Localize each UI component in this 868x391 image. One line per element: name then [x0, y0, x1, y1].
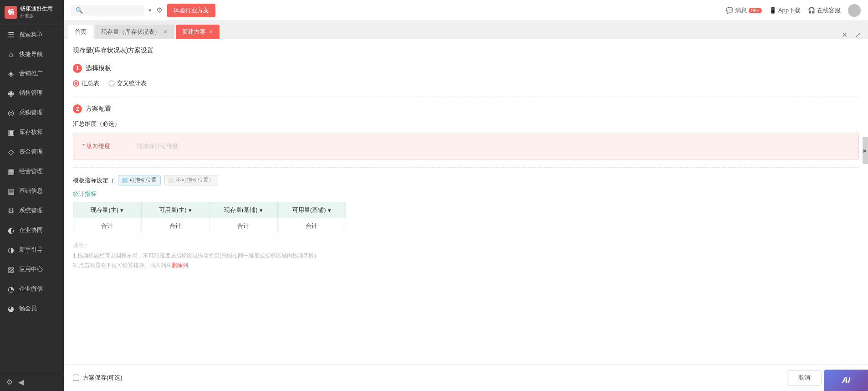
search-input[interactable]	[86, 7, 139, 14]
sidebar-item-purchase[interactable]: ◎ 采购管理	[0, 103, 64, 123]
dimension-dash: ——	[117, 143, 129, 150]
collapse-icon[interactable]: ◀	[18, 378, 24, 386]
metrics-settings-text: 模板指标设定（	[73, 176, 114, 185]
tab-inventory-status[interactable]: 现存量（库存状况表） ✕	[95, 25, 174, 39]
col4-chevron-icon: ▾	[328, 207, 331, 214]
tab-new-scheme-label: 新建方案	[182, 28, 206, 36]
sidebar-item-app-center[interactable]: ▨ 应用中心	[0, 260, 64, 279]
col2-label: 可用量(主)	[159, 206, 187, 214]
sidebar-item-finance[interactable]: ◇ 资金管理	[0, 142, 64, 162]
purchase-icon: ◎	[6, 108, 15, 117]
sidebar-item-label: 销售管理	[19, 89, 43, 97]
sidebar-item-member[interactable]: ◕ 畅会员	[0, 299, 64, 319]
sidebar-item-sales[interactable]: ◉ 销售管理	[0, 83, 64, 103]
save-label: 方案保存(可选)	[83, 374, 123, 382]
draggable-indicator	[122, 178, 128, 183]
app-name: 畅康通好生意	[20, 5, 53, 13]
messages-label: 消息	[735, 6, 747, 15]
radio-cross-circle	[108, 80, 115, 87]
enterprise-icon: ◐	[6, 226, 15, 235]
app-download-btn[interactable]: 📱 App下载	[769, 6, 801, 15]
tips-item2: 2. 点击标题栏下拉可设置排序、插入列和删除列	[73, 262, 859, 269]
logo-icon: 畅	[5, 6, 17, 19]
finance-icon: ◇	[6, 148, 15, 156]
tips-item2-highlight: 删除列	[172, 262, 188, 268]
chevron-down-icon[interactable]: ▾	[148, 7, 152, 14]
settings-footer-icon[interactable]: ⚙	[6, 378, 13, 386]
col2-data: 合计	[142, 218, 210, 234]
col-header-4[interactable]: 可用量(基辅) ▾	[278, 202, 346, 218]
col4-label: 可用量(基辅)	[292, 206, 326, 214]
sidebar-item-new-guide[interactable]: ◑ 新手引导	[0, 240, 64, 260]
topbar-actions: 💬 消息 99+ 📱 App下载 🎧 在线客服	[726, 4, 861, 17]
topbar-search-box[interactable]: 🔍	[71, 5, 144, 15]
tips-title: 提示：	[73, 242, 859, 249]
draggable-label: 可拖动位置	[129, 176, 157, 184]
sidebar-item-search-menu[interactable]: ☰ 搜索菜单	[0, 25, 64, 45]
sidebar-nav: ☰ 搜索菜单 ⌂ 快捷导航 ◈ 营销推广 ◉ 销售管理 ◎ 采购管理 ▣ 库存核…	[0, 25, 64, 373]
settings-icon[interactable]: ⚙	[156, 6, 163, 15]
save-checkbox[interactable]	[73, 375, 79, 381]
tab-close-all-icon[interactable]: ✕	[839, 31, 850, 39]
col-header-3[interactable]: 现存量(基辅) ▾	[209, 202, 278, 218]
content-area: 现存量(库存状况表)方案设置 1 选择模板 汇总表 交叉统计表	[64, 39, 868, 364]
sidebar-item-label: 采购管理	[19, 108, 43, 117]
right-sidebar-toggle[interactable]: ▶	[863, 137, 868, 164]
metrics-table: 现存量(主) ▾ 可用量(主) ▾ 现存量(基辅) ▾	[73, 202, 346, 234]
tab-home[interactable]: 首页	[68, 25, 93, 39]
tab-new-scheme[interactable]: 新建方案 ✕	[176, 25, 220, 39]
quick-nav-icon: ⌂	[6, 50, 15, 58]
topbar: 🔍 ▾ ⚙ 体验行业方案 💬 消息 99+ 📱 App下载 🎧 在线客服	[64, 0, 868, 21]
dimension-required-area: * 纵向维度 —— 请选择分组维度	[73, 133, 859, 160]
summary-dimension-label: 汇总维度（必选）	[73, 120, 859, 128]
section-plan-config: 2 方案配置 汇总维度（必选） * 纵向维度 —— 请选择分组维度	[73, 104, 859, 269]
user-avatar[interactable]	[848, 4, 861, 17]
section2-num: 2	[73, 104, 82, 113]
page-footer: 方案保存(可选) 取消 查询	[64, 364, 868, 391]
col3-label: 现存量(基辅)	[224, 206, 258, 214]
search-menu-icon: ☰	[6, 31, 15, 39]
col-header-1[interactable]: 现存量(主) ▾	[73, 202, 142, 218]
member-icon: ◕	[6, 304, 15, 313]
sales-icon: ◉	[6, 89, 15, 98]
message-icon: 💬	[726, 7, 733, 14]
radio-cross[interactable]: 交叉统计表	[108, 79, 147, 87]
tips-item2-pre: 2. 点击标题栏下拉可设置排序、插入列和	[73, 262, 172, 268]
sidebar-item-label: 系统管理	[19, 206, 43, 215]
trial-btn[interactable]: 体验行业方案	[167, 4, 215, 17]
online-service-btn[interactable]: 🎧 在线客服	[808, 6, 841, 15]
sidebar-item-label: 搜索菜单	[19, 31, 43, 39]
radio-summary[interactable]: 汇总表	[73, 79, 99, 87]
operations-icon: ▦	[6, 167, 15, 176]
tab-inventory-close-icon[interactable]: ✕	[163, 29, 168, 35]
sidebar-item-label: 经营管理	[19, 167, 43, 175]
enterprise-wechat-icon: ◔	[6, 285, 15, 293]
sidebar-item-basic-info[interactable]: ▤ 基础信息	[0, 181, 64, 201]
col1-chevron-icon: ▾	[120, 207, 123, 214]
sidebar-item-quick-nav[interactable]: ⌂ 快捷导航	[0, 45, 64, 64]
radio-cross-label: 交叉统计表	[117, 79, 147, 87]
cancel-button[interactable]: 取消	[787, 370, 822, 386]
col-header-2[interactable]: 可用量(主) ▾	[142, 202, 210, 218]
basic-info-icon: ▤	[6, 187, 15, 196]
template-options: 汇总表 交叉统计表	[73, 79, 859, 87]
sidebar-item-system[interactable]: ⚙ 系统管理	[0, 201, 64, 221]
tab-expand-icon[interactable]: ⤢	[852, 31, 863, 39]
sidebar-item-marketing[interactable]: ◈ 营销推广	[0, 64, 64, 83]
sidebar-item-label: 畅会员	[19, 304, 37, 313]
radio-summary-label: 汇总表	[82, 79, 99, 87]
ai-float-button[interactable]: Ai	[824, 370, 868, 391]
tab-new-scheme-close-icon[interactable]: ✕	[209, 29, 213, 35]
tips-section: 提示： 1.拖动标题栏可以调整布局，不可跨维度或指标区域拖动栏目(只能在同一维度…	[73, 242, 859, 269]
messages-btn[interactable]: 💬 消息 99+	[726, 6, 762, 15]
tab-inventory-label: 现存量（库存状况表）	[101, 28, 160, 36]
sidebar-item-label: 应用中心	[19, 265, 43, 273]
sidebar-item-inventory[interactable]: ▣ 库存核算	[0, 123, 64, 142]
config-summary-dimension: 汇总维度（必选） * 纵向维度 —— 请选择分组维度	[73, 120, 859, 160]
sidebar-item-enterprise-wechat[interactable]: ◔ 企业微信	[0, 279, 64, 299]
section-choose-template: 1 选择模板 汇总表 交叉统计表	[73, 64, 859, 87]
sidebar-item-operations[interactable]: ▦ 经营管理	[0, 162, 64, 181]
tabbar: 首页 现存量（库存状况表） ✕ 新建方案 ✕ ✕ ⤢	[64, 21, 868, 39]
sidebar-item-enterprise[interactable]: ◐ 企业协同	[0, 221, 64, 240]
page-title: 现存量(库存状况表)方案设置	[73, 46, 859, 55]
